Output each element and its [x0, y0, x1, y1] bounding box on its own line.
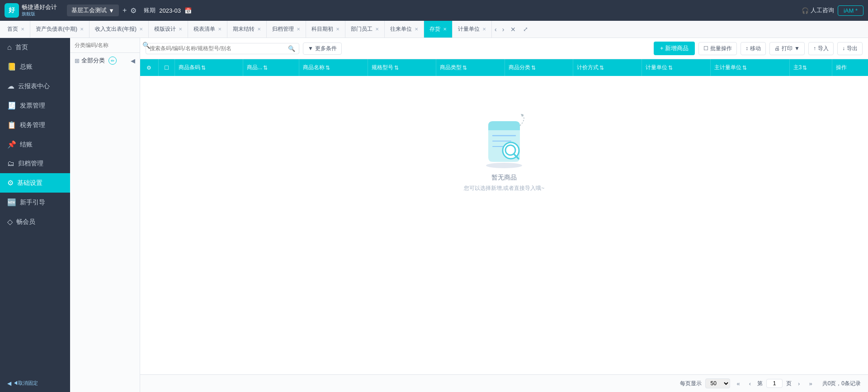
sidebar-item-tax[interactable]: 📋 税务管理	[0, 115, 70, 135]
calendar-icon[interactable]: 📅	[184, 7, 192, 14]
tab-subject-init-label: 科目期初	[311, 25, 333, 33]
app-sub: 旗舰版	[22, 11, 57, 17]
th-category[interactable]: 商品分类 ⇅	[505, 59, 573, 76]
sidebar-item-invoice[interactable]: 🧾 发票管理	[0, 96, 70, 115]
sidebar-item-basic[interactable]: ⚙ 基础设置	[0, 173, 70, 193]
unpin-btn[interactable]: ◀ ◀取消固定	[0, 374, 70, 392]
company-selector[interactable]: 基层工会测试 ▼	[67, 5, 119, 16]
sort-icon-price: ⇅	[599, 65, 604, 71]
last-page-btn[interactable]: »	[806, 379, 815, 388]
tab-balance[interactable]: 资产负债表(中期) ✕	[30, 21, 90, 38]
sidebar-item-ledger[interactable]: 📒 总账	[0, 57, 70, 76]
th-price-method[interactable]: 计价方式 ⇅	[573, 59, 642, 76]
add-product-btn[interactable]: + 新增商品	[654, 42, 695, 55]
all-category-label: 全部分类	[81, 57, 105, 65]
th-spec[interactable]: 规格型号 ⇅	[368, 59, 436, 76]
pagination-bar: 每页显示 50 10 20 100 « ‹ 第 页 › » 共0页，0条记录	[140, 374, 868, 392]
tab-unit[interactable]: 计量单位 ✕	[453, 21, 492, 38]
move-btn[interactable]: ↕ 移动	[741, 42, 766, 55]
prev-page-btn[interactable]: ‹	[746, 379, 754, 388]
tab-inventory[interactable]: 存货 ✕	[424, 21, 453, 38]
tab-period-close-close[interactable]: ✕	[257, 27, 261, 32]
tab-dept[interactable]: 部门员工 ✕	[345, 21, 385, 38]
sort-icon-code: ⇅	[263, 65, 268, 71]
ledger-icon: 📒	[7, 62, 16, 71]
settings-icon[interactable]: ⚙	[130, 6, 137, 15]
import-btn[interactable]: ↑ 导入	[808, 42, 834, 55]
tab-vendor[interactable]: 往来单位 ✕	[385, 21, 424, 38]
table-body: 暂无商品 您可以选择新增,或者直接导入哦~	[140, 76, 868, 228]
sidebar-item-member[interactable]: ◇ 畅会员	[0, 212, 70, 231]
basic-settings-icon: ⚙	[7, 179, 14, 187]
edit-category-icon[interactable]: ✏	[108, 57, 117, 65]
th-code-label: 商品...	[247, 64, 262, 71]
th-code[interactable]: 商品... ⇅	[243, 59, 299, 76]
tab-income-close[interactable]: ✕	[139, 27, 143, 32]
th-name[interactable]: 商品名称 ⇅	[299, 59, 368, 76]
th-settings[interactable]: ⚙	[140, 59, 158, 76]
page-size-select[interactable]: 50 10 20 100	[705, 378, 730, 388]
th-type[interactable]: 商品类型 ⇅	[436, 59, 505, 76]
tab-period-close[interactable]: 期末结转 ✕	[227, 21, 267, 38]
sidebar-item-archive[interactable]: 🗂 归档管理	[0, 154, 70, 173]
tab-bar: 首页 ✕ 资产负债表(中期) ✕ 收入支出表(年报) ✕ 模版设计 ✕ 税表清单…	[0, 21, 868, 38]
tab-subject-init[interactable]: 科目期初 ✕	[306, 21, 345, 38]
th-barcode[interactable]: 商品条码 ⇅	[175, 59, 243, 76]
tab-subject-init-close[interactable]: ✕	[336, 27, 340, 32]
product-search-icon[interactable]: 🔍	[288, 45, 295, 52]
tab-inventory-close[interactable]: ✕	[443, 27, 447, 32]
sort-icon-unit: ⇅	[668, 65, 673, 71]
batch-btn[interactable]: ☐ 批量操作	[698, 42, 737, 55]
add-tab-btn[interactable]: +	[123, 6, 127, 14]
first-page-btn[interactable]: «	[734, 379, 742, 388]
sidebar-ledger-label: 总账	[20, 63, 33, 71]
move-label: 移动	[750, 45, 761, 52]
account-button[interactable]: iAM *	[838, 5, 863, 16]
tab-archive[interactable]: 归档管理 ✕	[267, 21, 306, 38]
collapse-panel-icon[interactable]: ◀	[131, 57, 135, 64]
print-btn[interactable]: 🖨 打印 ▼	[769, 42, 805, 55]
tab-income[interactable]: 收入支出表(年报) ✕	[90, 21, 149, 38]
product-search-input[interactable]	[150, 45, 286, 52]
tab-period-close-label: 期末结转	[233, 25, 255, 33]
tab-unit-label: 计量单位	[458, 25, 480, 33]
filter-label: 更多条件	[315, 45, 337, 52]
th-type-label: 商品类型	[440, 64, 462, 71]
close-period-icon: 📌	[7, 140, 16, 149]
tab-home-close[interactable]: ✕	[21, 27, 24, 32]
tab-balance-close[interactable]: ✕	[80, 27, 84, 32]
tab-prev-btn[interactable]: ‹	[492, 24, 500, 35]
category-all-row[interactable]: ⊞ 全部分类 ✏ ◀	[70, 53, 140, 68]
th-main-unit[interactable]: 主计量单位 ⇅	[710, 59, 789, 76]
empty-row: 暂无商品 您可以选择新增,或者直接导入哦~	[140, 76, 868, 228]
app-logo: 好	[5, 3, 19, 18]
tab-next-btn[interactable]: ›	[500, 24, 507, 35]
category-search-input[interactable]	[75, 42, 142, 48]
tab-template[interactable]: 模版设计 ✕	[149, 21, 188, 38]
tab-vendor-close[interactable]: ✕	[415, 27, 418, 32]
page-number-input[interactable]	[766, 379, 783, 388]
sidebar-item-close[interactable]: 📌 结账	[0, 135, 70, 154]
tab-tax-label: 税表清单	[193, 25, 215, 33]
th-unit-label: 计量单位	[646, 64, 667, 71]
sidebar-item-home[interactable]: ⌂ 首页	[0, 38, 70, 57]
tab-template-close[interactable]: ✕	[179, 27, 182, 32]
tab-tax[interactable]: 税表清单 ✕	[188, 21, 227, 38]
tab-dept-close[interactable]: ✕	[375, 27, 379, 32]
tab-unit-close[interactable]: ✕	[482, 27, 486, 32]
next-page-btn[interactable]: ›	[795, 379, 802, 388]
filter-btn[interactable]: ▼ 更多条件	[303, 43, 342, 55]
sidebar-item-report[interactable]: ☁ 云报表中心	[0, 76, 70, 96]
tab-home[interactable]: 首页 ✕	[2, 21, 30, 38]
tab-close-all-btn[interactable]: ✕	[507, 24, 519, 35]
th-check[interactable]: ☐	[158, 59, 175, 76]
th-col3[interactable]: 主3 ⇅	[789, 59, 832, 76]
tab-tax-close[interactable]: ✕	[218, 27, 222, 32]
th-unit[interactable]: 计量单位 ⇅	[642, 59, 711, 76]
sidebar-item-guide[interactable]: 🆕 新手引导	[0, 193, 70, 212]
period-label: 账期	[144, 6, 156, 14]
export-btn[interactable]: ↓ 导出	[837, 42, 863, 55]
tab-expand-btn[interactable]: ⤢	[519, 24, 532, 34]
tab-archive-close[interactable]: ✕	[297, 27, 300, 32]
consulting-btn[interactable]: 🎧 人工咨询	[802, 6, 834, 14]
